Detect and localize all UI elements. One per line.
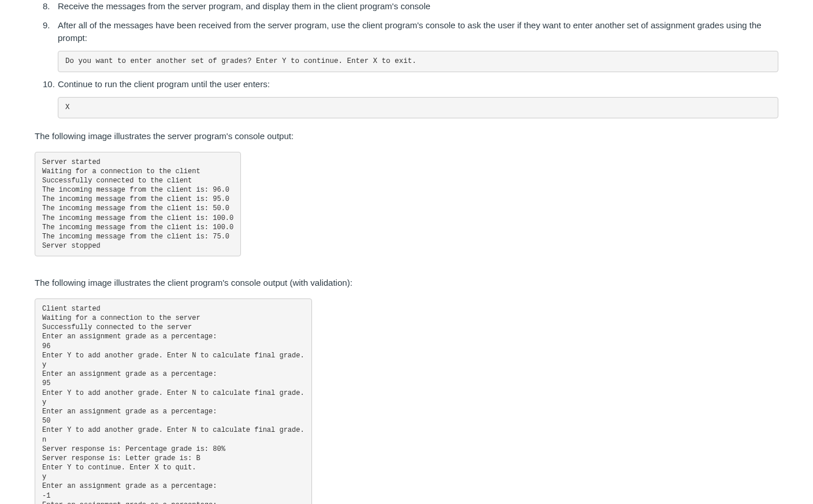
list-item-8: 8. Receive the messages from the server … [46, 0, 778, 13]
document-content: 8. Receive the messages from the server … [0, 0, 813, 504]
server-console-output: Server started Waiting for a connection … [35, 152, 241, 257]
code-prompt-continue: Do you want to enter another set of grad… [58, 51, 778, 73]
code-prompt-exit: X [58, 97, 778, 119]
client-console-output: Client started Waiting for a connection … [35, 298, 312, 504]
list-number: 10. [43, 78, 55, 91]
client-output-intro: The following image illustrates the clie… [35, 277, 778, 290]
list-number: 9. [43, 19, 50, 32]
list-text: After all of the messages have been rece… [58, 20, 762, 43]
list-item-9: 9. After all of the messages have been r… [46, 19, 778, 73]
list-number: 8. [43, 0, 50, 13]
instructions-list: 8. Receive the messages from the server … [35, 0, 778, 118]
list-text: Continue to run the client program until… [58, 79, 270, 89]
server-output-intro: The following image illustrates the serv… [35, 130, 778, 143]
list-item-10: 10. Continue to run the client program u… [46, 78, 778, 118]
list-text: Receive the messages from the server pro… [58, 1, 430, 11]
